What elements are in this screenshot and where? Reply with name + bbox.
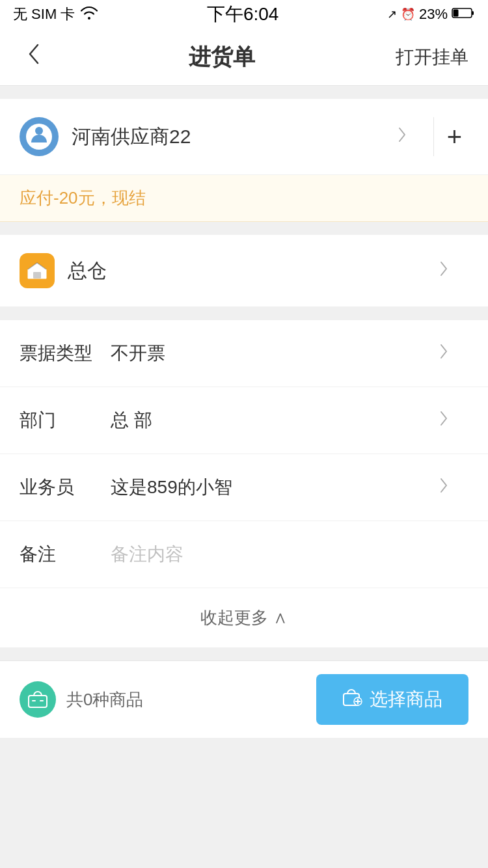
svg-rect-5	[29, 696, 47, 707]
supplier-section: 河南供应商22 + 应付-20元，现结	[0, 99, 488, 222]
invoice-label: 票据类型	[20, 341, 111, 366]
supplier-chevron-icon	[397, 126, 407, 148]
warehouse-icon	[20, 253, 55, 288]
goods-count-text: 共0种商品	[66, 688, 143, 711]
back-button[interactable]	[20, 34, 48, 79]
battery-icon	[452, 6, 475, 23]
dept-chevron-icon	[439, 409, 449, 432]
notice-banner: 应付-20元，现结	[0, 175, 488, 222]
remark-row[interactable]: 备注 备注内容	[0, 521, 488, 588]
select-goods-icon	[342, 688, 363, 711]
dept-row[interactable]: 部门 总 部	[0, 387, 488, 454]
open-pending-button[interactable]: 打开挂单	[396, 45, 468, 70]
form-section: 票据类型 不开票 部门 总 部 业务员 这是859的小智 备注 备注内容	[0, 319, 488, 647]
remark-label: 备注	[20, 542, 111, 567]
sales-label: 业务员	[20, 475, 111, 500]
location-icon: ↗	[387, 7, 397, 21]
wifi-icon	[80, 5, 98, 23]
dept-value: 总 部	[111, 408, 439, 433]
collapse-label: 收起更多 ∧	[200, 608, 287, 627]
warehouse-chevron-icon	[439, 260, 449, 282]
bottom-bar: 共0种商品 选择商品	[0, 660, 488, 738]
invoice-row[interactable]: 票据类型 不开票	[0, 319, 488, 387]
svg-rect-2	[472, 11, 474, 15]
section-divider-1	[0, 86, 488, 99]
vertical-divider	[433, 117, 434, 156]
status-left: 无 SIM 卡	[13, 5, 98, 24]
avatar-inner	[26, 124, 52, 150]
supplier-name: 河南供应商22	[72, 124, 397, 150]
status-bar: 无 SIM 卡 下午6:04 ↗ ⏰ 23%	[0, 0, 488, 29]
add-supplier-button[interactable]: +	[441, 122, 468, 152]
invoice-value: 不开票	[111, 341, 439, 366]
select-goods-label: 选择商品	[370, 687, 442, 712]
svg-rect-4	[33, 272, 41, 278]
status-right: ↗ ⏰ 23%	[387, 6, 475, 23]
supplier-avatar	[20, 117, 59, 156]
warehouse-name: 总仓	[68, 258, 439, 284]
status-time: 下午6:04	[207, 2, 279, 27]
section-divider-3	[0, 306, 488, 319]
battery-text: 23%	[419, 6, 448, 23]
goods-count-wrap: 共0种商品	[20, 681, 143, 718]
remark-placeholder: 备注内容	[111, 542, 468, 567]
invoice-chevron-icon	[439, 342, 449, 365]
select-goods-button[interactable]: 选择商品	[316, 674, 468, 725]
page-title: 进货单	[189, 42, 255, 72]
dept-label: 部门	[20, 408, 111, 433]
warehouse-section: 总仓	[0, 235, 488, 306]
svg-rect-1	[453, 10, 458, 17]
nav-bar: 进货单 打开挂单	[0, 29, 488, 86]
sales-value: 这是859的小智	[111, 475, 439, 500]
goods-icon	[20, 681, 56, 718]
person-icon	[29, 124, 49, 149]
alarm-icon: ⏰	[401, 7, 415, 21]
sales-chevron-icon	[439, 476, 449, 499]
section-divider-2	[0, 222, 488, 235]
carrier-text: 无 SIM 卡	[13, 5, 75, 24]
warehouse-row[interactable]: 总仓	[0, 235, 488, 306]
collapse-button[interactable]: 收起更多 ∧	[0, 588, 488, 647]
supplier-row[interactable]: 河南供应商22 +	[0, 99, 488, 175]
svg-point-3	[35, 127, 43, 135]
sales-row[interactable]: 业务员 这是859的小智	[0, 454, 488, 521]
notice-text: 应付-20元，现结	[20, 188, 146, 208]
